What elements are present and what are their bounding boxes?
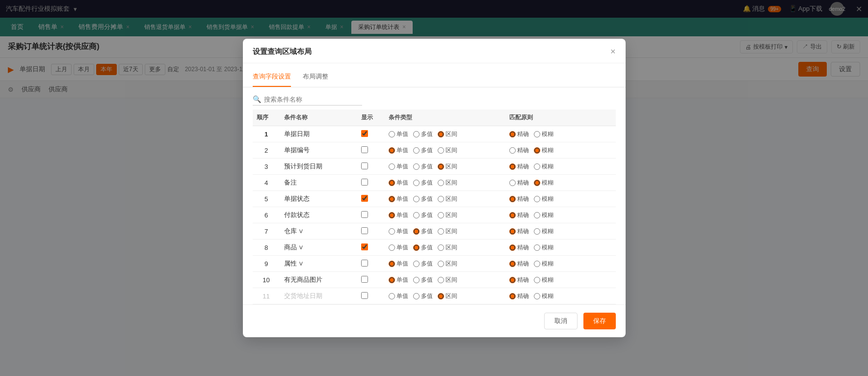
search-box: 🔍: [253, 93, 362, 98]
modal-title: 设置查询区域布局: [253, 47, 312, 56]
modal-overlay: 设置查询区域布局 × 查询字段设置 布局调整 🔍 顺序 条件名称 显示: [0, 0, 868, 98]
modal-close-button[interactable]: ×: [610, 47, 616, 57]
modal-header: 设置查询区域布局 ×: [243, 39, 626, 63]
search-input[interactable]: [264, 96, 362, 99]
modal-tabs: 查询字段设置 布局调整: [243, 63, 626, 87]
modal-search-area: 🔍: [243, 87, 626, 98]
search-icon: 🔍: [253, 95, 261, 98]
modal-tab-query-fields[interactable]: 查询字段设置: [253, 69, 291, 87]
modal: 设置查询区域布局 × 查询字段设置 布局调整 🔍 顺序 条件名称 显示: [243, 39, 626, 98]
modal-tab-layout[interactable]: 布局调整: [303, 69, 328, 87]
